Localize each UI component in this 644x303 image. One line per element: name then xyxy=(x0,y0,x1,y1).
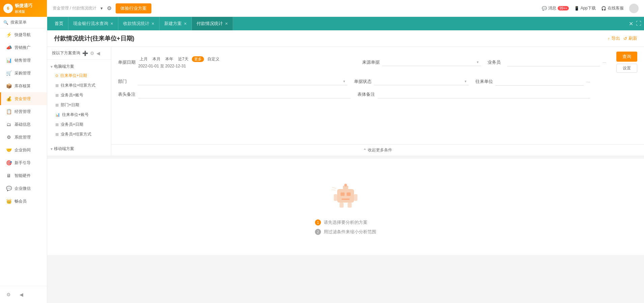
sidebar-item-operation[interactable]: 📋经营管理 xyxy=(0,105,47,118)
tab-close-collection[interactable]: ✕ xyxy=(151,22,154,26)
tab-expand-btn[interactable]: ⛶ xyxy=(636,21,641,27)
sidebar-item-hardware[interactable]: 🖥智能硬件 xyxy=(0,169,47,182)
sidebar-collapse-btn[interactable]: ◀ xyxy=(16,290,26,300)
message-btn[interactable]: 💬 消息 99++ xyxy=(542,5,568,11)
tab-close-payment[interactable]: ✕ xyxy=(225,22,228,26)
sidebar-item-capital[interactable]: 💰资金管理 xyxy=(0,92,47,105)
trial-btn[interactable]: 体验行业方案 xyxy=(116,3,151,13)
app-download-btn[interactable]: 📱 App下载 xyxy=(574,5,596,11)
source-select[interactable]: ▾ xyxy=(382,59,481,66)
system-icon: ⚙ xyxy=(6,134,12,140)
tab-close-new-scheme[interactable]: ✕ xyxy=(184,22,187,26)
partner-more-icon[interactable]: ··· xyxy=(586,79,590,84)
sidebar-item-basic[interactable]: 🗂基础信息 xyxy=(0,118,47,131)
user-avatar[interactable] xyxy=(629,4,639,13)
sidebar-settings-btn[interactable]: ⚙ xyxy=(3,290,13,300)
main-content: 资金管理 / 付款情况统计 ▾ ⚙ 体验行业方案 💬 消息 99++ 📱 App… xyxy=(47,0,644,303)
date-this-month[interactable]: 本月 xyxy=(151,56,162,63)
staff-input[interactable] xyxy=(507,58,600,66)
sidebar-item-enterprise[interactable]: 🤝企业协同 xyxy=(0,144,47,156)
topbar: 资金管理 / 付款情况统计 ▾ ⚙ 体验行业方案 💬 消息 99++ 📱 App… xyxy=(47,0,644,17)
sidebar-item-sales[interactable]: 📊销售管理 xyxy=(0,54,47,67)
tab-close-all-btn[interactable]: ✕ xyxy=(629,21,633,27)
sidebar-item-marketing[interactable]: 📣营销推广 xyxy=(0,41,47,54)
marketing-icon: 📣 xyxy=(6,44,12,51)
date-7days[interactable]: 近7天 xyxy=(177,56,190,63)
collapse-btn[interactable]: ⌃ 收起更多条件 xyxy=(363,147,392,153)
date-this-year[interactable]: 本年 xyxy=(164,56,175,63)
page-content: 付款情况统计(往来单位+日期) ↑ 导出 ↺ 刷新 按以下方案查询 ➕ ⚙ xyxy=(47,30,644,303)
scheme-group-header-0[interactable]: ▾电脑端方案 xyxy=(47,62,111,71)
tab-collection[interactable]: 收款情况统计✕ xyxy=(118,17,159,30)
body-note-input[interactable] xyxy=(378,90,590,98)
export-btn[interactable]: ↑ 导出 xyxy=(608,35,620,41)
tab-cashflow[interactable]: 现金银行流水查询✕ xyxy=(68,17,118,30)
partner-input[interactable] xyxy=(496,78,584,86)
app-download-label: App下载 xyxy=(581,5,596,11)
topbar-gear-icon[interactable]: ⚙ xyxy=(107,5,112,11)
scheme-group-label-0: 电脑端方案 xyxy=(54,64,74,69)
scheme-group-header-1[interactable]: ▾移动端方案 xyxy=(47,145,111,153)
sidebar-item-system[interactable]: ⚙系统管理 xyxy=(0,131,47,144)
sidebar-item-label-enterprise: 企业协同 xyxy=(14,147,31,153)
settings-btn[interactable]: 设置 xyxy=(616,64,637,73)
tab-new-scheme[interactable]: 新建方案✕ xyxy=(159,17,192,30)
date-last-month[interactable]: 上月 xyxy=(138,56,149,63)
scheme-collapse-btn[interactable]: ◀ xyxy=(96,51,100,56)
sidebar-item-purchase[interactable]: 🛒采购管理 xyxy=(0,67,47,80)
enterprise-icon: 🤝 xyxy=(6,147,12,153)
search-menu[interactable]: 🔍 搜索菜单 xyxy=(0,17,47,28)
scheme-item-0-1[interactable]: ▦往来单位+结算方式 xyxy=(47,81,111,90)
date-more-btn[interactable]: 更多 xyxy=(192,56,204,62)
date-label: 单据日期 xyxy=(118,59,136,65)
dept-field: 部门 ▾ xyxy=(118,78,347,85)
tab-home[interactable]: 首页 xyxy=(50,17,68,30)
tabbar-right: ✕ ⛶ xyxy=(629,21,644,27)
app-name: 畅捷通巧 xyxy=(15,3,32,9)
sidebar-item-newbie[interactable]: 🎯新手引导 xyxy=(0,156,47,169)
collapse-bar: ⌃ 收起更多条件 xyxy=(111,144,644,156)
scheme-item-0-4[interactable]: 📊往来单位+账号 xyxy=(47,110,111,120)
scheme-settings-btn[interactable]: ⚙ xyxy=(90,51,94,56)
sidebar-item-shortcuts[interactable]: ⚡快捷导航 xyxy=(0,28,47,41)
doc-status-select[interactable]: ▾ xyxy=(374,78,469,85)
online-service-btn[interactable]: 🎧 在线客服 xyxy=(601,5,624,11)
tab-payment[interactable]: 付款情况统计✕ xyxy=(192,17,233,30)
scheme-add-btn[interactable]: ➕ xyxy=(82,51,88,56)
scheme-item-0-0[interactable]: ⊙往来单位+日期 xyxy=(47,71,111,81)
scheme-panel: 按以下方案查询 ➕ ⚙ ◀ ▾电脑端方案⊙往来单位+日期▦往来单位+结算方式▦业… xyxy=(47,47,111,156)
tab-close-cashflow[interactable]: ✕ xyxy=(110,22,113,26)
staff-more-icon[interactable]: ··· xyxy=(603,60,606,65)
date-shortcuts: 上月 本月 本年 近7天 更多 自定义 xyxy=(138,56,355,63)
app-download-icon: 📱 xyxy=(574,6,579,11)
date-custom[interactable]: 自定义 xyxy=(206,56,221,63)
sales-icon: 📊 xyxy=(6,57,12,63)
sidebar-item-inventory[interactable]: 📦库存核算 xyxy=(0,80,47,92)
hardware-icon: 🖥 xyxy=(6,173,12,179)
scheme-item-0-6[interactable]: ▦业务员+结算方式 xyxy=(47,129,111,139)
scheme-item-0-3[interactable]: ▦部门+日期 xyxy=(47,100,111,110)
sidebar-item-wechat[interactable]: 💬企业微信 xyxy=(0,182,47,195)
tab-label-new-scheme: 新建方案 xyxy=(164,21,182,27)
sidebar-item-member[interactable]: 👑畅会员 xyxy=(0,195,47,208)
svg-line-10 xyxy=(332,187,336,188)
query-btn[interactable]: 查询 xyxy=(616,52,637,62)
scheme-item-label-0-5: 业务员+日期 xyxy=(61,122,83,127)
header-note-input[interactable] xyxy=(138,90,351,98)
sidebar-item-label-operation: 经营管理 xyxy=(14,109,31,115)
scheme-item-0-5[interactable]: ▦业务员+日期 xyxy=(47,120,111,129)
scheme-panel-header: 按以下方案查询 ➕ ⚙ ◀ xyxy=(47,47,111,60)
tip-num-1: 1 xyxy=(315,219,321,225)
dept-select[interactable]: ▾ xyxy=(138,78,347,85)
scheme-item-0-2[interactable]: ▦业务员+账号 xyxy=(47,90,111,100)
sidebar-footer: ⚙ ◀ xyxy=(0,286,47,303)
svg-rect-8 xyxy=(340,203,344,208)
breadcrumb-dropdown[interactable]: ▾ xyxy=(100,6,103,11)
body-note-label: 表体备注 xyxy=(357,91,375,97)
source-label: 来源单据 xyxy=(362,59,380,65)
tabbar: 首页现金银行流水查询✕收款情况统计✕新建方案✕付款情况统计✕ ✕ ⛶ xyxy=(47,17,644,30)
dept-label: 部门 xyxy=(118,79,135,85)
refresh-btn[interactable]: ↺ 刷新 xyxy=(623,35,637,41)
query-form: 单据日期 上月 本月 本年 近7天 更多 自定义 20 xyxy=(111,47,644,144)
capital-icon: 💰 xyxy=(6,96,12,102)
